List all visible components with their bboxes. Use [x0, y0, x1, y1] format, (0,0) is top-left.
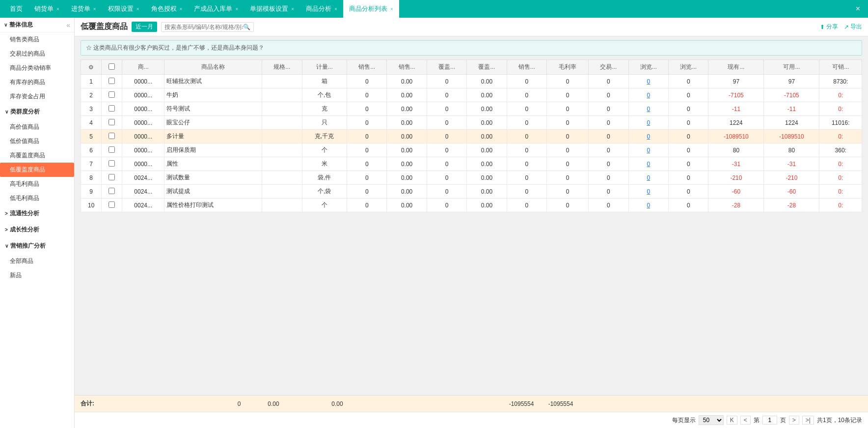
sidebar-item-all-goods[interactable]: 全部商品: [0, 254, 74, 268]
nav-home[interactable]: 首页: [4, 0, 28, 18]
select-all-checkbox[interactable]: [108, 63, 115, 70]
browse1-link[interactable]: 0: [647, 161, 650, 168]
col-sales2[interactable]: 销售...: [387, 60, 427, 75]
sidebar-item-high-value[interactable]: 高价值商品: [0, 120, 74, 134]
close-all-button[interactable]: ×: [852, 4, 864, 13]
col-current[interactable]: 现有...: [708, 60, 764, 75]
col-coverage2[interactable]: 覆盖...: [467, 60, 507, 75]
period-button[interactable]: 近一月: [132, 22, 157, 32]
col-code[interactable]: 商...: [122, 60, 164, 75]
nav-close-roles[interactable]: ×: [180, 6, 183, 12]
row-browse1[interactable]: 0: [628, 75, 668, 88]
col-sales1[interactable]: 销售...: [347, 60, 387, 75]
nav-permissions[interactable]: 权限设置 ×: [102, 0, 145, 18]
row-browse1[interactable]: 0: [628, 157, 668, 171]
page-number-input[interactable]: [762, 416, 777, 425]
nav-roles[interactable]: 角色授权 ×: [145, 0, 189, 18]
row-browse1[interactable]: 0: [628, 171, 668, 185]
browse1-link[interactable]: 0: [647, 92, 650, 99]
sidebar-item-high-coverage[interactable]: 高覆盖度商品: [0, 148, 74, 163]
sidebar-item-low-value[interactable]: 低价值商品: [0, 134, 74, 148]
nav-close-analysis[interactable]: ×: [334, 6, 337, 12]
col-spec[interactable]: 规格...: [262, 60, 302, 75]
browse1-link[interactable]: 0: [647, 188, 650, 195]
col-name[interactable]: 商品名称: [164, 60, 262, 75]
row-checkbox[interactable]: [102, 116, 122, 130]
sidebar-item-high-margin[interactable]: 高毛利商品: [0, 177, 74, 191]
row-checkbox[interactable]: [102, 130, 122, 143]
nav-close-permissions[interactable]: ×: [136, 6, 139, 12]
nav-analysis-list[interactable]: 商品分析列表 ×: [343, 0, 399, 18]
sidebar-item-in-stock-goods[interactable]: 有库存的商品: [0, 75, 74, 89]
row-checkbox[interactable]: [102, 171, 122, 185]
nav-purchase[interactable]: 进货单 ×: [65, 0, 102, 18]
row-checkbox[interactable]: [102, 75, 122, 88]
row-browse1[interactable]: 0: [628, 199, 668, 212]
col-checkbox[interactable]: [102, 60, 122, 75]
row-checkbox[interactable]: [102, 102, 122, 116]
row-browse1[interactable]: 0: [628, 185, 668, 199]
row-checkbox[interactable]: [102, 143, 122, 157]
col-coverage1[interactable]: 覆盖...: [427, 60, 466, 75]
sidebar-growth-header[interactable]: > 成长性分析: [0, 222, 74, 238]
share-button[interactable]: ⬆ 分享: [820, 23, 838, 31]
sidebar-liquidity-header[interactable]: > 流通性分析: [0, 205, 74, 222]
search-input[interactable]: [164, 24, 243, 30]
row-checkbox[interactable]: [102, 185, 122, 199]
next-page-button[interactable]: >: [789, 416, 799, 425]
nav-sales[interactable]: 销货单 ×: [28, 0, 65, 18]
sidebar-item-low-coverage[interactable]: 低覆盖度商品: [0, 163, 74, 177]
sidebar-item-traded-goods[interactable]: 交易过的商品: [0, 47, 74, 61]
col-trade[interactable]: 交易...: [589, 60, 628, 75]
row-checkbox[interactable]: [102, 199, 122, 212]
row-browse1[interactable]: 0: [628, 88, 668, 102]
browse1-link[interactable]: 0: [647, 174, 650, 181]
sidebar-collapse-btn[interactable]: «: [66, 21, 70, 29]
table-wrapper[interactable]: ⚙ 商... 商品名称 规格... 计量... 销售... 销售... 覆盖..…: [75, 59, 868, 395]
col-gross-rate[interactable]: 毛利率: [547, 60, 589, 75]
browse1-link[interactable]: 0: [647, 119, 650, 126]
sidebar-item-low-margin[interactable]: 低毛利商品: [0, 191, 74, 205]
nav-template-settings[interactable]: 单据模板设置 ×: [244, 0, 300, 18]
browse1-link[interactable]: 0: [647, 78, 650, 85]
row-browse1[interactable]: 0: [628, 116, 668, 130]
row-name: 属性价格打印测试: [164, 199, 262, 212]
row-checkbox[interactable]: [102, 88, 122, 102]
row-spec: [262, 88, 302, 102]
search-icon[interactable]: 🔍: [243, 24, 250, 30]
sidebar-overall-header[interactable]: ∨ 整体信息: [4, 21, 33, 29]
row-checkbox[interactable]: [102, 157, 122, 171]
sidebar-item-new-goods[interactable]: 新品: [0, 268, 74, 283]
col-browse1[interactable]: 浏览...: [628, 60, 668, 75]
nav-close-sales[interactable]: ×: [56, 6, 59, 12]
col-settings[interactable]: ⚙: [81, 60, 102, 75]
sidebar-item-category-sales-rate[interactable]: 商品分类动销率: [0, 61, 74, 75]
col-available[interactable]: 可用...: [764, 60, 819, 75]
last-page-button[interactable]: >|: [802, 416, 814, 425]
col-unit[interactable]: 计量...: [302, 60, 347, 75]
per-page-select[interactable]: 50 100 200: [699, 415, 724, 425]
prev-page-button[interactable]: <: [740, 416, 751, 425]
browse1-link[interactable]: 0: [647, 147, 650, 154]
nav-close-product-inbound[interactable]: ×: [235, 6, 238, 12]
sidebar-marketing-header[interactable]: ∨ 营销推广分析: [0, 238, 74, 254]
nav-close-template[interactable]: ×: [291, 6, 294, 12]
sidebar-group-analysis-header[interactable]: ∨ 类群度分析: [0, 104, 74, 120]
browse1-link[interactable]: 0: [647, 202, 650, 209]
col-browse2[interactable]: 浏览...: [669, 60, 708, 75]
sidebar-item-sales-goods[interactable]: 销售类商品: [0, 32, 74, 47]
export-button[interactable]: ↗ 导出: [844, 23, 862, 31]
first-page-button[interactable]: K: [727, 416, 737, 425]
col-saleable[interactable]: 可销...: [819, 60, 862, 75]
browse1-link[interactable]: 0: [647, 106, 650, 113]
nav-product-inbound[interactable]: 产成品入库单 ×: [188, 0, 244, 18]
nav-product-analysis[interactable]: 商品分析 ×: [300, 0, 343, 18]
nav-close-purchase[interactable]: ×: [93, 6, 96, 12]
col-sales3[interactable]: 销售...: [507, 60, 546, 75]
sidebar-item-inventory-capital[interactable]: 库存资金占用: [0, 89, 74, 104]
browse1-link[interactable]: 0: [647, 133, 650, 140]
row-browse1[interactable]: 0: [628, 143, 668, 157]
nav-close-analysis-list[interactable]: ×: [390, 6, 393, 12]
row-browse1[interactable]: 0: [628, 102, 668, 116]
row-browse1[interactable]: 0: [628, 130, 668, 143]
